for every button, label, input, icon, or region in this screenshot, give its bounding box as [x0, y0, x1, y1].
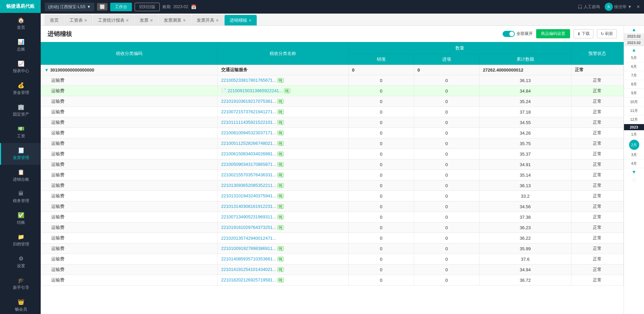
scroll-down-button[interactable]: ▼ — [624, 168, 644, 176]
tab-salary-table[interactable]: 工资表 ✕ — [64, 15, 92, 25]
table-row[interactable]: 运输费 221010091927898386911...吨 0 0 35.99 … — [41, 243, 624, 254]
sidebar-item-guide[interactable]: 🎓 新手引导 — [0, 273, 41, 295]
month-2-active[interactable]: 2月 — [629, 140, 639, 150]
workbench-button[interactable]: 工作台 — [110, 3, 132, 11]
company-selector[interactable]: (勿动) 江西报宝-LSS ▼ — [45, 3, 94, 11]
sidebar-item-funds[interactable]: 💰 资金管理 — [0, 78, 41, 100]
sidebar-item-home[interactable]: 🏠 首页 — [0, 13, 41, 35]
tab-invoice[interactable]: 发票 ✕ — [135, 15, 158, 25]
table-row[interactable]: 运输费 221006150834034026881...吨 0 0 35.37 … — [41, 149, 624, 159]
month-3[interactable]: 3月 — [624, 151, 644, 159]
table-row[interactable]: 运输费 221008100945323037171...吨 0 0 34.26 … — [41, 128, 624, 138]
item-sale-cell: 0 — [348, 191, 414, 201]
table-row[interactable]: 运输费 221007134905231969311...吨 0 0 37.38 … — [41, 212, 624, 222]
group-total-cell: 27262.40000000012 — [479, 65, 571, 75]
table-row[interactable]: 运输费 221005090343170865871...吨 0 0 34.91 … — [41, 159, 624, 170]
table-row[interactable]: 运输费 📄221009150313965922241...吨 0 0 34.84… — [41, 86, 624, 96]
sidebar-item-tax[interactable]: 🏛 税务管理 — [0, 187, 41, 208]
close-topbar-icon[interactable]: ✕ — [637, 4, 640, 9]
table-row[interactable]: 运输费 221013101943240375941...吨 0 0 33.2 正… — [41, 191, 624, 201]
tab-invoice-issue[interactable]: 发票开具 ✕ — [192, 15, 224, 25]
tab-salary-report[interactable]: 工资统计报表 ✕ — [93, 15, 134, 25]
month-7[interactable]: 7月 — [624, 71, 644, 80]
expand-toggle[interactable] — [503, 31, 515, 37]
th-tax-code: 税收分类编码 — [41, 42, 218, 65]
sidebar-item-purchase-ledger[interactable]: 📋 进销台账 — [0, 165, 41, 187]
table-row[interactable]: 运输费 221020135742940012471... 0 0 36.22 正… — [41, 233, 624, 243]
table-row[interactable]: 运输费 221007215737621941271...吨 0 0 37.18 … — [41, 107, 624, 117]
sidebar-item-close-account[interactable]: ✅ 结账 — [0, 208, 41, 230]
sidebar-item-archive[interactable]: 📁 归档管理 — [0, 230, 41, 251]
month-10[interactable]: 10月 — [624, 98, 644, 106]
table-row[interactable]: 运输费 221013140308161912231...吨 0 0 34.56 … — [41, 201, 624, 212]
sidebar-item-assets[interactable]: 🏢 固定资产 — [0, 100, 41, 121]
sidebar-item-vip[interactable]: 👑 畅会员 — [0, 295, 41, 314]
table-row[interactable]: 运输费 221013093652085352211...吨 0 0 36.13 … — [41, 180, 624, 191]
month-12[interactable]: 12月 — [624, 115, 644, 124]
sidebar-item-label: 资金管理 — [13, 90, 29, 96]
sidebar-item-ledger[interactable]: 📊 总账 — [0, 35, 41, 56]
main-table: 税收分类编码 税收分类名称 数量 预警状态 销项 进项 累计数额 — [41, 42, 624, 286]
item-code-cell: 运输费 — [41, 159, 218, 170]
item-purchase-cell: 0 — [414, 159, 479, 170]
item-purchase-cell: 0 — [414, 86, 479, 96]
table-row[interactable]: 运输费 221014191254101434021...吨 0 0 34.94 … — [41, 264, 624, 275]
table-row[interactable]: 运输费 221002155703576436331...吨 0 0 35.14 … — [41, 170, 624, 180]
item-total-cell: 35.37 — [479, 149, 571, 159]
settings-btn[interactable]: 商品编码设置 — [536, 29, 570, 38]
tab-invoice-label: 发票 — [140, 17, 149, 23]
month-9[interactable]: 9月 — [624, 89, 644, 98]
month-1[interactable]: 1月 — [624, 130, 644, 139]
copy-button[interactable]: ⬜ — [97, 3, 108, 11]
table-row[interactable]: 运输费 221014085935710353661...吨 0 0 37.6 正… — [41, 254, 624, 264]
tab-invoice-calc-label: 发票测算 — [164, 17, 181, 23]
month-4[interactable]: 4月 — [624, 159, 644, 168]
month-6[interactable]: 6月 — [624, 62, 644, 71]
tab-home[interactable]: 首页 — [45, 15, 64, 25]
purchase-ledger-icon: 📋 — [18, 169, 24, 175]
group-name-cell: 交通运输服务 — [218, 65, 349, 75]
calendar-icon[interactable]: 📅 — [191, 4, 196, 9]
month-11[interactable]: 11月 — [624, 106, 644, 115]
table-row[interactable]: 运输费 221005233817801765671...吨 0 0 36.13 … — [41, 75, 624, 86]
refresh-btn[interactable]: ↻ 刷新 — [597, 29, 617, 38]
item-sale-cell: 0 — [348, 149, 414, 159]
support-label[interactable]: 🎧 人工咨询 — [578, 4, 600, 10]
sidebar-item-reports[interactable]: 📈 报表中心 — [0, 56, 41, 78]
tab-salary-table-close[interactable]: ✕ — [84, 18, 87, 23]
sidebar-item-label: 总账 — [17, 46, 25, 52]
tab-salary-report-close[interactable]: ✕ — [126, 18, 129, 23]
salary-icon: 💵 — [18, 125, 24, 132]
table-row[interactable]: 运输费 221019103619217075361...吨 0 0 35.24 … — [41, 96, 624, 107]
item-code-cell: 运输费 — [41, 96, 218, 107]
main-table-wrap: 税收分类编码 税收分类名称 数量 预警状态 销项 进项 累计数额 — [41, 42, 624, 314]
download-icon: ⬇ — [577, 32, 581, 36]
table-row[interactable]: 运输费 221005112528266748021...吨 0 0 35.75 … — [41, 138, 624, 149]
tab-invoice-close[interactable]: ✕ — [150, 18, 153, 23]
scroll-up-button[interactable]: ▲ — [624, 26, 644, 33]
favorite-icon[interactable]: ♡ — [624, 176, 644, 185]
sidebar-item-settings[interactable]: ⚙ 设置 — [0, 251, 41, 273]
tab-invoice-calc-close[interactable]: ✕ — [183, 18, 186, 23]
sidebar-item-invoice-mgmt[interactable]: 🧾 发票管理 — [0, 143, 41, 165]
sidebar-item-salary[interactable]: 💵 工资 — [0, 121, 41, 143]
item-status-cell: 正常 — [571, 96, 623, 107]
tab-invoice-issue-close[interactable]: ✕ — [216, 18, 219, 23]
sidebar-item-label: 设置 — [17, 263, 25, 269]
item-total-cell: 34.91 — [479, 159, 571, 170]
switch-old-button[interactable]: 切到旧版 — [135, 3, 160, 11]
table-row[interactable]: 运输费 221018202126925719581...吨 0 0 36.72 … — [41, 275, 624, 286]
tab-sale-purchase-audit[interactable]: 进销稽核 ✕ — [225, 15, 257, 25]
download-btn[interactable]: ⬇ 下载 — [573, 29, 593, 38]
item-purchase-cell: 0 — [414, 264, 479, 275]
table-row[interactable]: 运输费 221019161029764373251...吨 0 0 36.23 … — [41, 222, 624, 233]
table-row[interactable]: 运输费 221011111435921522101...吨 0 0 34.55 … — [41, 117, 624, 128]
scroll-up-button-2[interactable]: ▲ — [624, 46, 644, 54]
month-5[interactable]: 5月 — [624, 54, 644, 62]
item-code-cell: 运输费 — [41, 180, 218, 191]
tab-sale-purchase-audit-close[interactable]: ✕ — [249, 18, 252, 23]
tab-invoice-calc[interactable]: 发票测算 ✕ — [159, 15, 191, 25]
month-8[interactable]: 8月 — [624, 80, 644, 89]
table-row[interactable]: ▼301000000000000000 交通运输服务 0 0 27262.400… — [41, 65, 624, 75]
user-menu[interactable]: 头 徐泾华 ▼ — [605, 3, 632, 11]
